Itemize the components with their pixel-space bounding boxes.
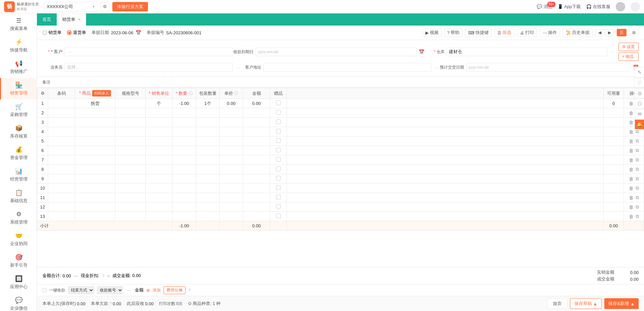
- tab-close-icon[interactable]: ×: [78, 17, 80, 22]
- delete-icon[interactable]: 🗑: [629, 186, 634, 191]
- expense-button[interactable]: 费用分摊: [163, 286, 186, 294]
- cell-barcode[interactable]: [48, 99, 75, 108]
- cell-product[interactable]: 拆货: [75, 99, 115, 108]
- view-grid-button[interactable]: ⊞: [629, 29, 639, 36]
- cell-remark[interactable]: [287, 127, 604, 137]
- cell-price[interactable]: [220, 127, 243, 137]
- goods-type-icon[interactable]: ⊙: [188, 301, 192, 306]
- payment-method-select[interactable]: 结算方式: [68, 286, 94, 294]
- cell-gift[interactable]: [270, 174, 287, 184]
- calendar-icon[interactable]: 📅: [136, 30, 141, 35]
- copy-icon[interactable]: ⧉: [636, 166, 639, 172]
- cell-amount[interactable]: [243, 155, 270, 165]
- cell-pkg[interactable]: [196, 212, 220, 221]
- cell-spec[interactable]: [115, 137, 146, 146]
- next-button[interactable]: ▶: [605, 29, 614, 36]
- cell-remark[interactable]: [287, 202, 604, 212]
- payment-account-select[interactable]: 收款账号: [97, 286, 123, 294]
- cell-price[interactable]: [220, 202, 243, 212]
- cell-unit[interactable]: [146, 184, 173, 193]
- tab-sale-order[interactable]: 销货单 ×: [57, 13, 86, 26]
- th-barcode[interactable]: 条码: [48, 88, 75, 99]
- cell-gift[interactable]: [270, 146, 287, 155]
- sidebar-item-quick-nav[interactable]: ⚡ 快捷导航: [0, 35, 37, 56]
- cell-barcode[interactable]: [48, 108, 75, 118]
- history-button[interactable]: 📜 历史单据: [563, 28, 593, 37]
- copy-icon[interactable]: ⧉: [636, 148, 639, 153]
- cell-remark[interactable]: [287, 212, 604, 221]
- float-btn-5[interactable]: ✉: [635, 109, 644, 119]
- cell-product[interactable]: [75, 193, 115, 202]
- gift-checkbox[interactable]: [276, 138, 281, 143]
- cell-amount[interactable]: [243, 184, 270, 193]
- cell-product[interactable]: [75, 108, 115, 118]
- cell-qty[interactable]: [173, 108, 196, 118]
- float-btn-6[interactable]: 🔔: [635, 119, 644, 129]
- cell-price[interactable]: [220, 118, 243, 127]
- cell-amount[interactable]: [243, 212, 270, 221]
- cell-barcode[interactable]: [48, 174, 75, 184]
- action-button[interactable]: ⋯ 操作: [540, 28, 560, 37]
- copy-icon[interactable]: ⧉: [636, 195, 639, 200]
- add-icon[interactable]: ⊕: [146, 288, 150, 293]
- cell-barcode[interactable]: [48, 193, 75, 202]
- cell-product[interactable]: [75, 146, 115, 155]
- float-btn-4[interactable]: ⬡: [635, 99, 644, 109]
- radio-return[interactable]: 退货单: [67, 30, 86, 36]
- float-btn-1[interactable]: ✎: [635, 67, 644, 77]
- th-spec[interactable]: 规格型号: [115, 88, 146, 99]
- sidebar-item-apps[interactable]: 🔲 应用中心: [0, 272, 37, 293]
- th-amount[interactable]: 金额: [243, 88, 270, 99]
- copy-icon[interactable]: ⧉: [636, 204, 639, 210]
- delete-icon[interactable]: 🗑: [629, 167, 634, 172]
- cell-unit[interactable]: [146, 137, 173, 146]
- cell-product[interactable]: [75, 137, 115, 146]
- gift-checkbox[interactable]: [276, 119, 281, 124]
- delete-icon[interactable]: 🗑: [629, 148, 634, 153]
- cell-spec[interactable]: [115, 212, 146, 221]
- cell-barcode[interactable]: [48, 127, 75, 137]
- cell-price[interactable]: [220, 155, 243, 165]
- cell-pkg[interactable]: [196, 108, 220, 118]
- cell-amount[interactable]: [243, 165, 270, 174]
- delete-icon[interactable]: 🗑: [629, 120, 634, 125]
- cell-price[interactable]: [220, 174, 243, 184]
- cell-product[interactable]: [75, 202, 115, 212]
- settings-gear-button[interactable]: ⚙: [100, 2, 110, 11]
- help-button[interactable]: ? 帮助: [444, 28, 462, 37]
- cell-remark[interactable]: [287, 155, 604, 165]
- customer-dots[interactable]: ···: [67, 49, 73, 54]
- add-button[interactable]: 添加: [153, 287, 161, 293]
- account-dots[interactable]: ···: [126, 288, 132, 293]
- sidebar-item-operations[interactable]: 📊 经营管理: [0, 164, 37, 186]
- cell-product[interactable]: [75, 127, 115, 137]
- settings-small-icon[interactable]: ⚙: [41, 91, 45, 96]
- sidebar-item-system[interactable]: ⚙ 系统管理: [0, 207, 37, 229]
- float-btn-2[interactable]: ♡: [635, 78, 644, 88]
- cell-spec[interactable]: [115, 184, 146, 193]
- expected-date-input[interactable]: yyyy-mm-dd: [466, 63, 631, 72]
- cell-barcode[interactable]: [48, 146, 75, 155]
- cell-gift[interactable]: [270, 193, 287, 202]
- sidebar-item-wechat[interactable]: 💬 企业微信: [0, 293, 37, 311]
- cell-barcode[interactable]: [48, 202, 75, 212]
- radio-sale[interactable]: 销货单: [42, 30, 62, 36]
- cell-remark[interactable]: [287, 193, 604, 202]
- cell-unit[interactable]: [146, 174, 173, 184]
- cell-remark[interactable]: [287, 108, 604, 118]
- cell-unit[interactable]: [146, 127, 173, 137]
- gift-checkbox[interactable]: [276, 157, 281, 162]
- cell-gift[interactable]: [270, 108, 287, 118]
- cell-gift[interactable]: [270, 99, 287, 108]
- question-icon[interactable]: ?: [102, 273, 105, 278]
- cell-pkg[interactable]: [196, 202, 220, 212]
- cell-unit[interactable]: [146, 202, 173, 212]
- filter-button[interactable]: ☰ 筛选: [494, 28, 514, 37]
- cell-price[interactable]: [220, 108, 243, 118]
- avatar2[interactable]: [631, 2, 640, 11]
- delete-icon[interactable]: 🗑: [629, 110, 634, 116]
- cell-gift[interactable]: [270, 165, 287, 174]
- gift-checkbox[interactable]: [276, 185, 281, 190]
- cell-pkg[interactable]: 1个: [196, 99, 220, 108]
- cell-remark[interactable]: [287, 137, 604, 146]
